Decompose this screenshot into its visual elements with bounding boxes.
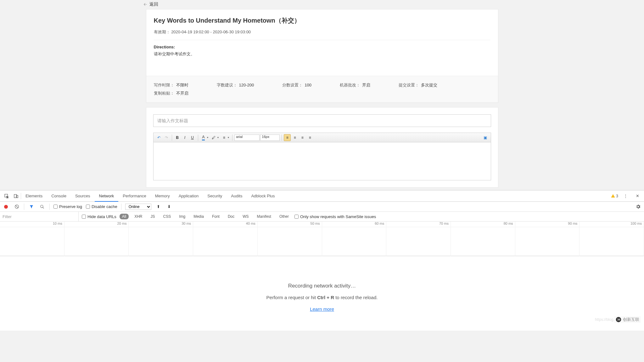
list-button[interactable]: ≡ — [221, 134, 227, 141]
warning-badge[interactable]: 3 — [611, 194, 618, 198]
back-arrow-icon — [143, 2, 148, 7]
bg-color-button[interactable]: 🖊 — [210, 134, 217, 141]
undo-button[interactable]: ↶ — [155, 134, 162, 141]
tab-performance[interactable]: Performance — [118, 190, 150, 201]
close-icon[interactable]: ✕ — [633, 194, 642, 198]
validity-row: 有效期： 2020-04-19 19:02:00 - 2020-06-30 19… — [154, 29, 490, 35]
chevron-down-icon[interactable]: ▼ — [227, 136, 229, 139]
separator — [49, 204, 50, 210]
tab-audits[interactable]: Audits — [227, 190, 247, 201]
pill-ws[interactable]: WS — [240, 214, 251, 219]
tab-elements[interactable]: Elements — [21, 190, 47, 201]
pill-css[interactable]: CSS — [160, 214, 173, 219]
pill-all[interactable]: All — [120, 214, 129, 219]
align-center-button[interactable]: ≡ — [291, 134, 298, 141]
align-justify-button[interactable]: ≡ — [306, 134, 313, 141]
tab-console[interactable]: Console — [47, 190, 71, 201]
svg-line-4 — [15, 206, 18, 208]
directions-label: Directions: — [154, 45, 490, 49]
tick: 10 ms — [0, 222, 64, 227]
meta-submit: 提交设置：多次提交 — [399, 81, 437, 89]
kebab-menu-icon[interactable]: ⋮ — [621, 194, 630, 198]
hide-data-urls-checkbox[interactable]: Hide data URLs — [82, 214, 116, 219]
svg-point-5 — [41, 205, 43, 207]
chevron-down-icon[interactable]: ▼ — [217, 136, 219, 139]
fullscreen-button[interactable]: ▣ — [482, 134, 489, 141]
devtools-panel: Elements Console Sources Network Perform… — [0, 190, 644, 331]
essay-title-input[interactable] — [153, 114, 491, 127]
tick: 100 ms — [580, 222, 644, 227]
warning-icon — [611, 194, 615, 198]
separator — [232, 134, 232, 141]
tick: 80 ms — [451, 222, 515, 227]
network-timeline[interactable]: 10 ms 20 ms 30 ms 40 ms 50 ms 60 ms 70 m… — [0, 222, 644, 256]
filter-input[interactable] — [0, 212, 79, 221]
record-button[interactable] — [3, 203, 9, 210]
learn-more-link[interactable]: Learn more — [310, 306, 334, 312]
meta-copy-paste: 复制粘贴：不开启 — [154, 89, 462, 97]
preserve-log-checkbox[interactable]: Preserve log — [53, 204, 82, 209]
tab-network[interactable]: Network — [95, 191, 119, 202]
validity-label: 有效期： — [154, 30, 170, 34]
redo-button[interactable]: ↷ — [163, 134, 170, 141]
network-toolbar: Preserve log Disable cache Online ⬆ ⬇ — [0, 202, 644, 212]
tick: 20 ms — [64, 222, 129, 227]
pill-doc[interactable]: Doc — [225, 214, 237, 219]
brand-icon — [616, 317, 621, 322]
tick: 30 ms — [129, 222, 193, 227]
tab-application[interactable]: Application — [174, 190, 203, 201]
bold-button[interactable]: B — [174, 134, 181, 141]
meta-bar: 写作时限：不限时 字数建议：120-200 分数设置：100 机器批改：开启 提… — [146, 76, 498, 102]
network-filter-bar: Hide data URLs All XHR JS CSS Img Media … — [0, 212, 644, 222]
tick: 40 ms — [193, 222, 258, 227]
hint-message: Perform a request or hit Ctrl + R to rec… — [0, 295, 644, 300]
chevron-down-icon[interactable]: ▼ — [207, 136, 209, 139]
inspect-icon[interactable] — [2, 194, 11, 199]
recording-message: Recording network activity… — [0, 283, 644, 289]
rich-text-editor: ↶ ↷ B I U A▼ 🖊▼ ≡▼ arial 16px ≡ ≡ ≡ ≡ ▣ — [153, 133, 491, 180]
tick: 90 ms — [515, 222, 580, 227]
pill-js[interactable]: JS — [148, 214, 157, 219]
align-right-button[interactable]: ≡ — [299, 134, 306, 141]
tick: 50 ms — [258, 222, 322, 227]
tab-memory[interactable]: Memory — [151, 190, 174, 201]
clear-button[interactable] — [13, 203, 20, 210]
filter-icon[interactable] — [28, 203, 35, 210]
separator — [121, 204, 121, 210]
text-color-button[interactable]: A — [200, 134, 207, 141]
settings-icon[interactable] — [635, 203, 641, 210]
meta-score: 分数设置：100 — [282, 81, 311, 89]
svg-line-6 — [43, 207, 44, 208]
pill-other[interactable]: Other — [277, 214, 291, 219]
italic-button[interactable]: I — [182, 134, 188, 141]
disable-cache-checkbox[interactable]: Disable cache — [86, 204, 117, 209]
pill-xhr[interactable]: XHR — [132, 214, 145, 219]
search-icon[interactable] — [39, 203, 46, 210]
tick: 70 ms — [386, 222, 451, 227]
tick: 60 ms — [322, 222, 387, 227]
back-button[interactable]: 返回 — [143, 2, 644, 7]
pill-img[interactable]: Img — [176, 214, 188, 219]
pill-manifest[interactable]: Manifest — [255, 214, 274, 219]
separator — [24, 204, 24, 210]
app-page: 返回 Key Words to Understand My Hometown（补… — [0, 0, 644, 188]
meta-time-limit: 写作时限：不限时 — [154, 81, 188, 89]
directions-text: 请补交期中考试作文。 — [154, 51, 490, 57]
font-family-select[interactable]: arial — [234, 134, 260, 141]
download-icon[interactable]: ⬇ — [166, 203, 173, 210]
align-left-button[interactable]: ≡ — [284, 134, 291, 141]
throttle-select[interactable]: Online — [125, 204, 151, 210]
samesite-checkbox[interactable]: Only show requests with SameSite issues — [294, 214, 376, 219]
pill-font[interactable]: Font — [210, 214, 222, 219]
upload-icon[interactable]: ⬆ — [155, 203, 162, 210]
device-toggle-icon[interactable] — [11, 194, 21, 199]
pill-media[interactable]: Media — [191, 214, 206, 219]
brand-badge: 创新互联 — [614, 316, 641, 323]
devtools-tabs: Elements Console Sources Network Perform… — [0, 190, 644, 202]
tab-sources[interactable]: Sources — [71, 190, 95, 201]
tab-adblock[interactable]: Adblock Plus — [247, 190, 279, 201]
rte-content[interactable] — [154, 142, 491, 180]
font-size-select[interactable]: 16px — [260, 134, 280, 141]
underline-button[interactable]: U — [189, 134, 196, 141]
tab-security[interactable]: Security — [203, 190, 227, 201]
